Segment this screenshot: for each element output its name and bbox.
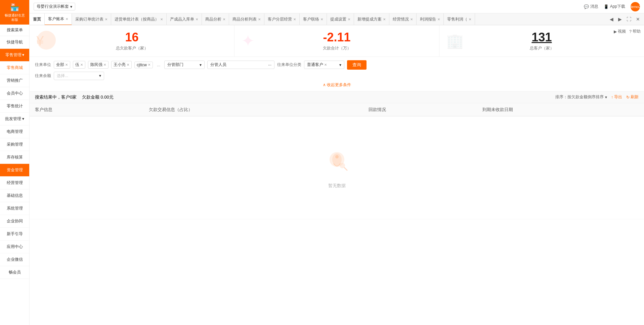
sidebar-item-wholesale[interactable]: 批发管理 ▾ [0, 113, 29, 125]
sidebar-item-enterprise-collab[interactable]: 企业协同 [0, 215, 29, 228]
tab-next-button[interactable]: ▶ [617, 16, 623, 23]
tab-home[interactable]: 首页 [30, 13, 45, 25]
refresh-button[interactable]: ↻ 刷新 [626, 94, 639, 100]
tab-profit-report[interactable]: 利润报告 ✕ [417, 13, 444, 25]
tab-fullscreen-button[interactable]: ⛶ [625, 16, 633, 23]
account-selector[interactable]: 母婴行业演示帐套 ▾ [34, 3, 75, 10]
balance-filter-input[interactable]: 选择... ▾ [54, 72, 104, 80]
col-due-date: 到期未收款日期 [477, 103, 644, 116]
close-tab-commission[interactable]: ✕ [348, 17, 350, 21]
remove-tag-wang[interactable]: ✕ [127, 63, 129, 67]
stat-help-links: ▶ 视频 ? 帮助 [614, 29, 641, 34]
search-result-actions: 排序：按欠款金额倒序排序 ▾ ↑ 导出 ↻ 刷新 [555, 94, 639, 100]
topbar: 母婴行业演示帐套 ▾ 💬 消息 📱 App下载 demo2 [30, 0, 644, 13]
sidebar-item-retail-stats[interactable]: 零售统计 [0, 100, 29, 113]
filter-row-1: 往来单位 全部 ✕ 伍 ✕ 陈民强 ✕ 王小亮 ✕ cjt [35, 60, 639, 70]
category-dropdown-arrow: ▾ [339, 63, 341, 67]
sidebar-item-retail[interactable]: 零售管理 ▾ [0, 49, 29, 62]
sidebar-item-marketing[interactable]: 营销推广 [0, 74, 29, 87]
sidebar-item-member-center[interactable]: 会员中心 [0, 87, 29, 100]
sidebar-item-retail-mall[interactable]: 零售商城 [0, 62, 29, 74]
page-content: ¥ 16 总欠款客户（家） ✦ -2.11 欠款合计（万） 🏢 131 [30, 25, 644, 325]
close-tab-new-commission[interactable]: ✕ [383, 17, 386, 21]
remove-category-tag[interactable]: ✕ [324, 63, 327, 67]
balance-dropdown-arrow: ▾ [99, 73, 101, 78]
tab-customer-tier[interactable]: 客户分层经营 ✕ [264, 13, 300, 25]
unit-filter-label: 往来单位 [35, 62, 51, 68]
tab-stock-stats[interactable]: 进货单统计表（按商品） ✕ [111, 13, 167, 25]
sidebar-item-app-center[interactable]: 应用中心 [0, 241, 29, 253]
empty-state: 暂无数据 [35, 120, 639, 216]
tab-product-analysis[interactable]: 商品分析 ✕ [202, 13, 229, 25]
stat-label-debt-customers: 总欠款客户（家） [116, 45, 148, 51]
message-icon: 💬 [584, 4, 589, 9]
empty-state-row: 暂无数据 [30, 116, 644, 219]
sidebar-item-inventory[interactable]: 库存核算 [0, 151, 29, 164]
close-tab-product-list[interactable]: ✕ [258, 17, 261, 21]
sort-select[interactable]: 排序：按欠款金额倒序排序 ▾ [555, 94, 607, 100]
person-dropdown-arrow: ··· [268, 63, 271, 67]
stat-total-debt-amount: ✦ -2.11 欠款合计（万） [234, 25, 439, 57]
close-tab-profit[interactable]: ✕ [437, 17, 440, 21]
query-button[interactable]: 查询 [347, 60, 367, 70]
sidebar-item-search-menu[interactable]: 搜索菜单 [0, 25, 29, 36]
tab-prev-button[interactable]: ◀ [608, 16, 615, 23]
tab-product-analysis-list[interactable]: 商品分析列表 ✕ [229, 13, 264, 25]
remove-tag-wu[interactable]: ✕ [80, 63, 83, 67]
tab-operations[interactable]: 经营情况 ✕ [389, 13, 417, 25]
close-tab-operations[interactable]: ✕ [410, 17, 413, 21]
stat-total-customers: 🏢 131 总客户（家） [439, 25, 644, 57]
messages-button[interactable]: 💬 消息 [584, 4, 598, 9]
close-tab-purchase[interactable]: ✕ [105, 17, 108, 21]
tab-new-commission[interactable]: 新增提成方案 ✕ [354, 13, 389, 25]
tab-customer-ledger[interactable]: 客户账本 ✕ [45, 13, 72, 25]
refresh-icon: ↻ [626, 95, 630, 100]
close-tab-product-analysis[interactable]: ✕ [223, 17, 225, 21]
remove-tag-cjttcw[interactable]: ✕ [148, 63, 151, 67]
dept-dropdown-arrow: ▾ [200, 63, 202, 67]
sidebar-item-basic-info[interactable]: 基础信息 [0, 189, 29, 202]
app-download-button[interactable]: 📱 App下载 [604, 4, 625, 9]
main-area: 母婴行业演示帐套 ▾ 💬 消息 📱 App下载 demo2 首页 [30, 0, 644, 325]
close-tab-finished[interactable]: ✕ [196, 17, 198, 21]
tab-retail-profit[interactable]: 零售利润（ ✕ [444, 13, 475, 25]
user-avatar-area[interactable]: demo2 [631, 2, 640, 11]
sidebar-item-operations[interactable]: 经营管理 [0, 177, 29, 189]
category-filter-dropdown[interactable]: 普通客户 ✕ ▾ [304, 61, 344, 69]
svg-point-3 [335, 155, 339, 158]
close-tab-tier[interactable]: ✕ [293, 17, 296, 21]
sidebar-item-ecommerce[interactable]: 电商管理 [0, 125, 29, 138]
chevron-down-icon: ▾ [22, 52, 24, 57]
sidebar-item-enterprise-wechat[interactable]: 企业微信 [0, 253, 29, 266]
person-filter-dropdown[interactable]: 分管人员 ··· [207, 61, 274, 69]
filter-tag-unit-all: 全部 ✕ [54, 61, 70, 69]
video-help-link[interactable]: ▶ 视频 [614, 29, 626, 34]
sidebar-item-quick-nav[interactable]: 快捷导航 [0, 36, 29, 49]
sidebar-item-finance[interactable]: 资金管理 [0, 164, 29, 177]
close-tab-contact[interactable]: ✕ [320, 17, 323, 21]
more-unit-tags-button[interactable]: ... [156, 62, 162, 68]
sidebar-item-new-user-guide[interactable]: 新手引导 [0, 228, 29, 241]
tab-customer-contact[interactable]: 客户联络 ✕ [300, 13, 327, 25]
close-tab-stock[interactable]: ✕ [160, 17, 163, 21]
help-link[interactable]: ? 帮助 [629, 29, 641, 34]
export-button[interactable]: ↑ 导出 [611, 94, 622, 100]
tab-finished-goods[interactable]: 产成品入库单 ✕ [167, 13, 202, 25]
filter-tag-category-normal: 普通客户 ✕ [307, 62, 327, 68]
tab-purchase-order-stats[interactable]: 采购订单统计表 ✕ [72, 13, 111, 25]
sidebar-item-system[interactable]: 系统管理 [0, 202, 29, 215]
logo-icon: 🏪 [10, 3, 19, 12]
sidebar-item-chang-member[interactable]: 畅会员 [0, 266, 29, 279]
sidebar-item-purchase[interactable]: 采购管理 [0, 138, 29, 151]
tab-commission-setting[interactable]: 提成设置 ✕ [327, 13, 354, 25]
tab-close-all-button[interactable]: ✕ [635, 16, 641, 23]
help-icon: ? [629, 29, 632, 34]
col-repayment: 回款情况 [363, 103, 477, 116]
account-label: 母婴行业演示帐套 [37, 4, 69, 9]
close-tab-customer-ledger[interactable]: ✕ [66, 17, 68, 21]
remove-tag-unit-all[interactable]: ✕ [65, 63, 68, 67]
collapse-filter-button[interactable]: ∧ 收起更多条件 [323, 82, 351, 88]
remove-tag-chen[interactable]: ✕ [103, 63, 106, 67]
dept-filter-dropdown[interactable]: 分管部门 ▾ [164, 61, 205, 69]
close-tab-retail-profit[interactable]: ✕ [469, 17, 471, 21]
